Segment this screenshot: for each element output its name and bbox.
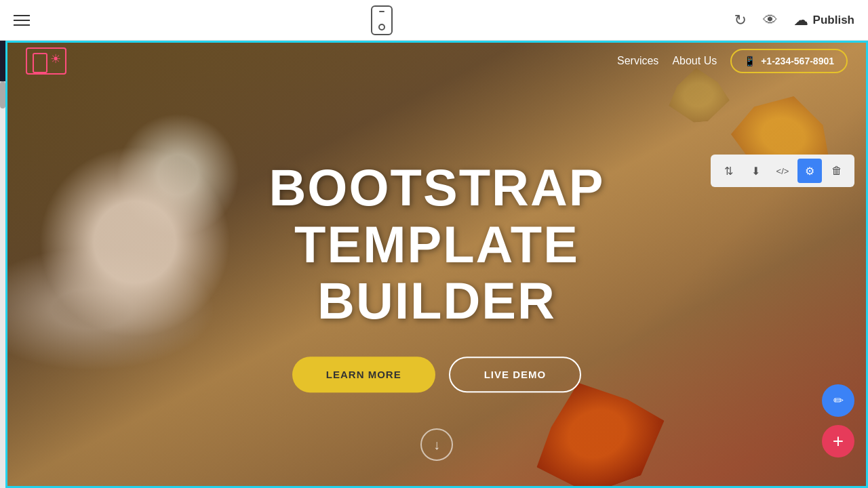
hero-content: BOOTSTRAP TEMPLATE BUILDER LEARN MORE LI… (199, 159, 674, 392)
scroll-bar[interactable] (0, 81, 5, 488)
toolbar-center (371, 5, 393, 35)
cloud-upload-icon: ☁ (794, 12, 808, 28)
pen-icon: ✏ (833, 393, 844, 408)
code-icon: </> (776, 166, 789, 176)
hero-buttons: LEARN MORE LIVE DEMO (199, 357, 674, 392)
sort-button[interactable]: ⇅ (716, 159, 741, 183)
learn-more-button[interactable]: LEARN MORE (292, 357, 435, 392)
mobile-preview-button[interactable] (371, 5, 393, 35)
edit-fab-button[interactable]: ✏ (822, 384, 854, 417)
scroll-down-icon: ↓ (433, 437, 440, 453)
nav-about[interactable]: About Us (672, 55, 717, 67)
code-button[interactable]: </> (770, 159, 795, 183)
sort-icon: ⇅ (724, 165, 733, 178)
live-demo-button[interactable]: LIVE DEMO (449, 357, 582, 392)
scroll-down-button[interactable]: ↓ (420, 428, 453, 461)
website-preview: Services About Us 📱 +1-234-567-8901 BOOT… (5, 41, 868, 488)
preview-button[interactable]: 👁 (763, 12, 778, 29)
hero-title: BOOTSTRAP TEMPLATE BUILDER (199, 159, 674, 329)
nav-links: Services About Us 📱 +1-234-567-8901 (617, 49, 848, 73)
plus-icon: + (833, 430, 844, 452)
hamburger-button[interactable] (14, 15, 30, 26)
delete-button[interactable]: 🗑 (825, 159, 849, 183)
phone-icon: 📱 (744, 56, 755, 66)
site-logo[interactable] (26, 47, 66, 75)
hero-title-line2: TEMPLATE BUILDER (294, 216, 579, 330)
add-fab-button[interactable]: + (822, 425, 854, 458)
site-nav: Services About Us 📱 +1-234-567-8901 (5, 41, 868, 81)
section-toolbar: ⇅ ⬇ </> ⚙ 🗑 (711, 155, 854, 187)
download-button[interactable]: ⬇ (743, 159, 768, 183)
top-toolbar: ↺ 👁 ☁ Publish (0, 0, 868, 41)
publish-button[interactable]: ☁ Publish (794, 12, 854, 28)
nav-services[interactable]: Services (617, 55, 658, 67)
publish-label: Publish (813, 14, 854, 27)
canvas-area: Services About Us 📱 +1-234-567-8901 BOOT… (0, 41, 868, 488)
toolbar-left (14, 15, 30, 26)
trash-icon: 🗑 (831, 165, 842, 177)
phone-number: +1-234-567-8901 (761, 56, 834, 66)
toolbar-right: ↺ 👁 ☁ Publish (734, 12, 854, 29)
download-icon: ⬇ (751, 165, 760, 178)
undo-button[interactable]: ↺ (734, 12, 747, 29)
settings-button[interactable]: ⚙ (797, 159, 822, 183)
hero-title-line1: BOOTSTRAP (269, 159, 604, 216)
gear-icon: ⚙ (805, 165, 814, 178)
scroll-thumb[interactable] (0, 81, 5, 108)
nav-phone-button[interactable]: 📱 +1-234-567-8901 (730, 49, 848, 73)
